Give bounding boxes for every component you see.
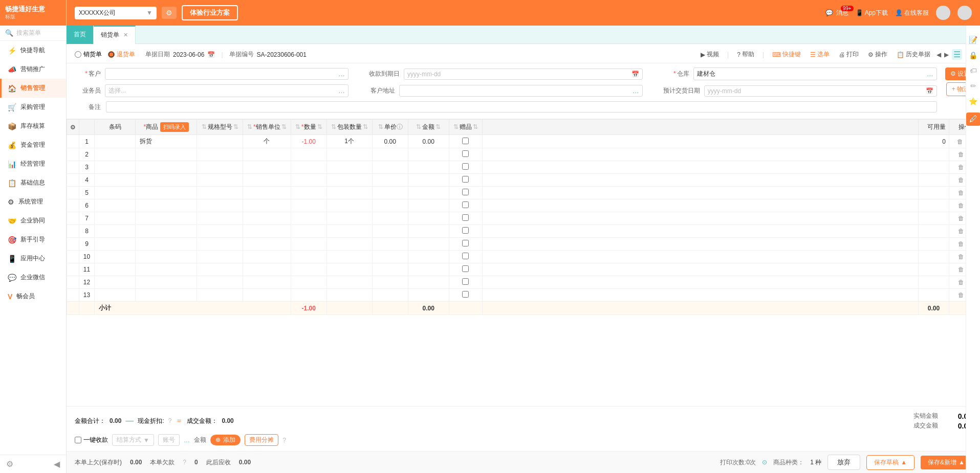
delete-icon[interactable]: 🗑: [958, 189, 964, 196]
td-unit[interactable]: [243, 161, 291, 174]
td-unit[interactable]: [243, 174, 291, 187]
td-spec[interactable]: [197, 289, 243, 302]
sidebar-item-finance[interactable]: 💰 资金管理: [0, 136, 66, 154]
td-gift[interactable]: [449, 289, 482, 302]
td-goods[interactable]: [136, 251, 197, 263]
td-barcode[interactable]: [95, 225, 136, 238]
td-goods[interactable]: [136, 225, 197, 238]
td-gift[interactable]: [449, 187, 482, 199]
video-btn[interactable]: ▶ 视频: [698, 49, 722, 60]
scan-btn[interactable]: 扫码录入: [160, 122, 189, 132]
delete-icon[interactable]: 🗑: [958, 291, 964, 299]
td-price[interactable]: [372, 187, 408, 199]
td-amount[interactable]: [408, 161, 449, 174]
td-qty[interactable]: [291, 289, 326, 302]
td-price[interactable]: [372, 263, 408, 276]
sidebar-item-inventory[interactable]: 📦 库存核算: [0, 117, 66, 136]
td-goods[interactable]: [136, 174, 197, 187]
sidebar-item-system[interactable]: ⚙ 系统管理: [0, 192, 66, 211]
td-gift[interactable]: [449, 199, 482, 212]
td-pack[interactable]: [326, 263, 372, 276]
td-amount[interactable]: [408, 187, 449, 199]
td-qty[interactable]: [291, 148, 326, 161]
one-key-pay-label[interactable]: 一键收款: [75, 436, 108, 444]
th-pack-sort[interactable]: ⇅: [331, 123, 336, 130]
gift-checkbox[interactable]: [462, 240, 469, 246]
nav-prev-icon[interactable]: ◀: [937, 51, 941, 58]
gift-checkbox[interactable]: [462, 150, 469, 157]
td-barcode[interactable]: [95, 289, 136, 302]
td-barcode[interactable]: [95, 187, 136, 199]
tab-sales-order[interactable]: 销货单 ✕: [94, 26, 136, 44]
th-qty-sort2[interactable]: ⇅: [317, 123, 322, 130]
td-amount[interactable]: [408, 263, 449, 276]
td-qty[interactable]: [291, 263, 326, 276]
customer-input[interactable]: …: [105, 68, 349, 80]
td-goods[interactable]: [136, 187, 197, 199]
radio-sales-label[interactable]: 销货单: [75, 50, 102, 59]
expense-help-icon[interactable]: ?: [282, 437, 286, 444]
td-qty[interactable]: [291, 212, 326, 225]
delete-icon[interactable]: 🗑: [958, 151, 964, 158]
td-barcode[interactable]: [95, 238, 136, 251]
td-price[interactable]: [372, 148, 408, 161]
td-spec[interactable]: [197, 199, 243, 212]
radio-return-input[interactable]: [108, 51, 115, 58]
gift-checkbox[interactable]: [462, 189, 469, 195]
td-amount[interactable]: [408, 276, 449, 289]
td-price-1[interactable]: 0.00: [372, 135, 408, 148]
td-pack[interactable]: [326, 276, 372, 289]
expected-date-input[interactable]: yyyy-mm-dd 📅: [704, 85, 937, 97]
gift-checkbox[interactable]: [462, 227, 469, 234]
td-pack[interactable]: [326, 161, 372, 174]
delete-icon-1[interactable]: 🗑: [957, 138, 963, 145]
radio-sales-input[interactable]: [75, 51, 81, 58]
td-qty[interactable]: [291, 187, 326, 199]
td-spec[interactable]: [197, 276, 243, 289]
td-spec[interactable]: [197, 225, 243, 238]
td-spec[interactable]: [197, 212, 243, 225]
td-goods-1[interactable]: 拆货: [136, 135, 197, 148]
td-pack[interactable]: [326, 212, 372, 225]
due-date-cal-icon[interactable]: 📅: [631, 71, 639, 78]
td-qty-1[interactable]: -1.00: [291, 135, 326, 148]
sidebar-item-app-center[interactable]: 📱 应用中心: [0, 249, 66, 268]
td-unit[interactable]: [243, 238, 291, 251]
account-select[interactable]: 账号: [158, 434, 180, 446]
gift-checkbox[interactable]: [462, 253, 469, 259]
account-dots-icon[interactable]: …: [184, 437, 190, 444]
td-amount-1[interactable]: 0.00: [408, 135, 449, 148]
td-barcode[interactable]: [95, 263, 136, 276]
td-amount[interactable]: [408, 251, 449, 263]
td-unit[interactable]: [243, 199, 291, 212]
td-gift-1[interactable]: [449, 135, 482, 148]
td-gift[interactable]: [449, 263, 482, 276]
delete-icon[interactable]: 🗑: [958, 164, 964, 171]
td-spec-1[interactable]: [197, 135, 243, 148]
td-qty[interactable]: [291, 225, 326, 238]
sidebar-item-basic-info[interactable]: 📋 基础信息: [0, 173, 66, 192]
td-pack-1[interactable]: 1个: [326, 135, 372, 148]
history-btn[interactable]: 📋 历史单据: [894, 49, 933, 60]
td-barcode[interactable]: [95, 212, 136, 225]
td-price[interactable]: [372, 276, 408, 289]
delete-icon[interactable]: 🗑: [958, 253, 964, 260]
td-spec[interactable]: [197, 161, 243, 174]
company-select[interactable]: XXXXXX公司 ▼: [75, 7, 157, 19]
td-spec[interactable]: [197, 148, 243, 161]
td-goods[interactable]: [136, 276, 197, 289]
notes-input[interactable]: [106, 101, 937, 112]
td-spec[interactable]: [197, 174, 243, 187]
td-qty[interactable]: [291, 174, 326, 187]
delete-icon[interactable]: 🗑: [958, 228, 964, 235]
td-qty[interactable]: [291, 199, 326, 212]
gift-checkbox-1[interactable]: [462, 138, 469, 144]
delete-icon[interactable]: 🗑: [958, 176, 964, 184]
sidebar-item-marketing[interactable]: 📣 营销推广: [0, 60, 66, 79]
discard-button[interactable]: 放弃: [827, 455, 860, 470]
td-goods[interactable]: [136, 263, 197, 276]
td-qty[interactable]: [291, 161, 326, 174]
tab-close-icon[interactable]: ✕: [123, 32, 128, 38]
td-pack[interactable]: [326, 148, 372, 161]
gift-checkbox[interactable]: [462, 291, 469, 298]
